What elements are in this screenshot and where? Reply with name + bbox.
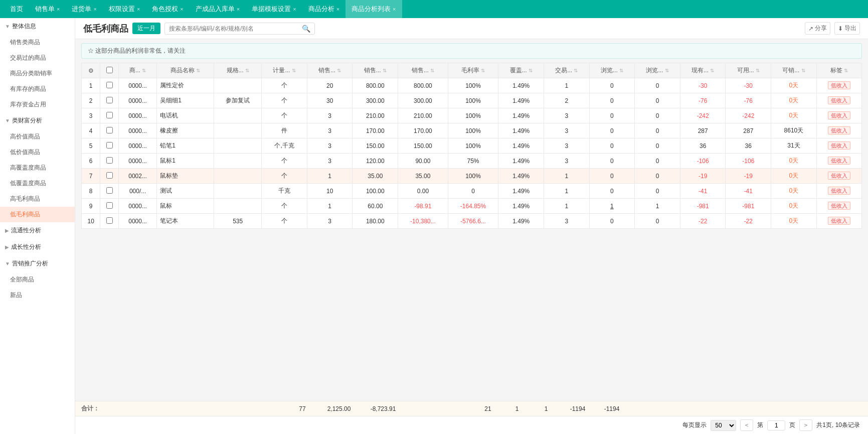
col-browse2[interactable]: 浏览... ⇅ [635, 63, 680, 78]
sidebar-item-新品[interactable]: 新品 [0, 287, 75, 303]
cell-check[interactable] [100, 123, 119, 138]
cell-check[interactable] [100, 108, 119, 123]
sidebar-item-库存资金占用[interactable]: 库存资金占用 [0, 97, 75, 112]
close-icon[interactable]: × [336, 6, 339, 12]
col-current-stock[interactable]: 现有... ⇅ [680, 63, 726, 78]
col-spec[interactable]: 规格... ⇅ [214, 63, 262, 78]
search-input[interactable] [169, 25, 302, 32]
sidebar-item-低价值商品[interactable]: 低价值商品 [0, 144, 75, 160]
close-icon[interactable]: × [137, 6, 140, 12]
page-size-select[interactable]: 50 100 200 [711, 420, 736, 431]
sidebar-item-高毛利商品[interactable]: 高毛利商品 [0, 191, 75, 207]
nav-item-商品分析列表[interactable]: 商品分析列表× [345, 0, 402, 18]
sidebar-item-高覆盖度商品[interactable]: 高覆盖度商品 [0, 160, 75, 176]
cell-name[interactable]: 电话机 [157, 108, 214, 123]
nav-item-角色授权[interactable]: 角色授权× [146, 0, 189, 18]
sidebar-item-全部商品[interactable]: 全部商品 [0, 272, 75, 287]
main-layout: ▼整体信息销售类商品交易过的商品商品分类助销率有库存的商品库存资金占用▼类财富分… [0, 18, 868, 434]
nav-item-产成品入库单[interactable]: 产成品入库单× [190, 0, 246, 18]
nav-item-进货单[interactable]: 进货单× [66, 0, 102, 18]
row-checkbox[interactable] [106, 142, 113, 149]
sidebar-group-成长性分析[interactable]: ▶成长性分析 [0, 239, 75, 255]
col-sales-price[interactable]: 销售... ⇅ [353, 63, 398, 78]
select-all-checkbox[interactable] [106, 67, 113, 73]
cell-check[interactable] [100, 154, 119, 169]
table-footer: 合计： 77 2,125.00 -8,723.91 21 1 1 -1194 -… [75, 401, 868, 416]
row-checkbox[interactable] [106, 157, 113, 164]
col-unit[interactable]: 计量... ⇅ [262, 63, 307, 78]
col-name[interactable]: 商品名称 ⇅ [157, 63, 214, 78]
cell-name[interactable]: 鼠标 [157, 199, 214, 214]
sidebar-item-高价值商品[interactable]: 高价值商品 [0, 129, 75, 144]
nav-item-单据模板设置[interactable]: 单据模板设置× [246, 0, 302, 18]
row-checkbox[interactable] [106, 172, 113, 179]
cell-name[interactable]: 测试 [157, 184, 214, 199]
close-icon[interactable]: × [93, 6, 96, 12]
export-button[interactable]: ⬇ 导出 [834, 22, 860, 35]
sidebar-group-整体信息[interactable]: ▼整体信息 [0, 18, 75, 35]
tag-badge: 低收入 [828, 111, 850, 119]
cell-check[interactable] [100, 184, 119, 199]
cell-sellable-days: 0天 [771, 214, 817, 229]
col-browse1[interactable]: 浏览... ⇅ [589, 63, 635, 78]
share-button[interactable]: ↗ 分享 [805, 22, 830, 35]
col-available[interactable]: 可用... ⇅ [726, 63, 771, 78]
cell-name[interactable]: 鼠标1 [157, 154, 214, 169]
cell-check[interactable] [100, 169, 119, 184]
close-icon[interactable]: × [57, 6, 60, 12]
col-sellable-days[interactable]: 可销... ⇅ [771, 63, 817, 78]
nav-item-权限设置[interactable]: 权限设置× [103, 0, 146, 18]
row-checkbox[interactable] [106, 202, 113, 209]
cell-name[interactable]: 属性定价 [157, 78, 214, 93]
col-trade[interactable]: 交易... ⇅ [544, 63, 589, 78]
row-checkbox[interactable] [106, 127, 113, 133]
cell-name[interactable]: 笔记本 [157, 214, 214, 229]
row-checkbox[interactable] [106, 187, 113, 194]
prev-page-btn[interactable]: ＜ [740, 419, 753, 431]
col-coverage[interactable]: 覆盖... ⇅ [498, 63, 544, 78]
close-icon[interactable]: × [237, 6, 240, 12]
sidebar-item-低覆盖度商品[interactable]: 低覆盖度商品 [0, 176, 75, 191]
col-gross-rate[interactable]: 毛利率 ⇅ [448, 63, 498, 78]
row-checkbox[interactable] [106, 82, 113, 88]
col-sales-qty[interactable]: 销售... ⇅ [307, 63, 353, 78]
row-checkbox[interactable] [106, 217, 113, 224]
nav-item-销售单[interactable]: 销售单× [29, 0, 66, 18]
sidebar-group-流通性分析[interactable]: ▶流通性分析 [0, 222, 75, 239]
nav-item-首页[interactable]: 首页 [4, 0, 29, 18]
filter-btn[interactable]: 近一月 [132, 23, 160, 34]
col-code[interactable]: 商... ⇅ [118, 63, 156, 78]
cell-name[interactable]: 鼠标垫 [157, 169, 214, 184]
sidebar-item-交易过的商品[interactable]: 交易过的商品 [0, 50, 75, 66]
close-icon[interactable]: × [180, 6, 183, 12]
row-checkbox[interactable] [106, 97, 113, 103]
col-sales-profit[interactable]: 销售... ⇅ [398, 63, 448, 78]
close-icon[interactable]: × [393, 6, 396, 12]
cell-coverage: 1.49% [498, 138, 544, 154]
cell-name[interactable]: 橡皮擦 [157, 123, 214, 138]
search-box: 🔍 [164, 23, 315, 35]
col-tag[interactable]: 标签 ⇅ [816, 63, 861, 78]
cell-check[interactable] [100, 78, 119, 93]
sidebar-item-商品分类助销率[interactable]: 商品分类助销率 [0, 66, 75, 81]
cell-check[interactable] [100, 138, 119, 154]
row-checkbox[interactable] [106, 112, 113, 118]
sidebar-item-销售类商品[interactable]: 销售类商品 [0, 35, 75, 50]
cell-name[interactable]: 铅笔1 [157, 138, 214, 154]
cell-check[interactable] [100, 93, 119, 108]
cell-browse1[interactable]: 1 [589, 199, 635, 214]
nav-item-商品分析[interactable]: 商品分析× [302, 0, 345, 18]
next-page-btn[interactable]: ＞ [799, 419, 812, 431]
col-settings[interactable]: ⚙ [82, 63, 100, 78]
cell-check[interactable] [100, 199, 119, 214]
cell-check[interactable] [100, 214, 119, 229]
sidebar-item-有库存的商品[interactable]: 有库存的商品 [0, 81, 75, 97]
cell-name[interactable]: 吴细细1 [157, 93, 214, 108]
sidebar-group-类财富分析[interactable]: ▼类财富分析 [0, 112, 75, 129]
sidebar-group-营销推广分析[interactable]: ▼营销推广分析 [0, 255, 75, 272]
cell-spec [214, 169, 262, 184]
current-page-input[interactable] [767, 420, 785, 430]
sidebar-item-低毛利商品[interactable]: 低毛利商品 [0, 207, 75, 222]
cell-unit: 个 [262, 78, 307, 93]
close-icon[interactable]: × [293, 6, 296, 12]
